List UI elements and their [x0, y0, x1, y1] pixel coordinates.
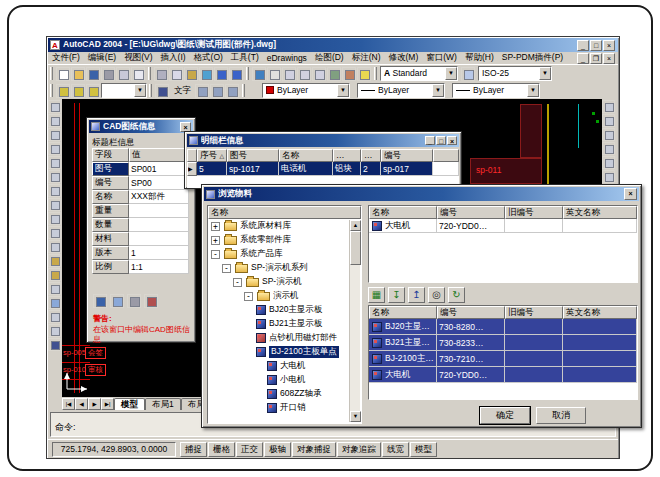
- collapse-icon[interactable]: -: [211, 250, 220, 259]
- close-icon[interactable]: ×: [624, 188, 637, 200]
- dim-style-icon[interactable]: [461, 67, 475, 81]
- tree-item-selected[interactable]: BJ-2100主板单点: [208, 345, 361, 359]
- text-toolbar-icon[interactable]: [155, 84, 169, 98]
- column-header[interactable]: 值: [129, 148, 189, 162]
- toolbar-grip[interactable]: [242, 84, 245, 97]
- menu-window[interactable]: 窗口(W): [422, 52, 461, 64]
- menu-file[interactable]: 文件(F): [48, 52, 84, 64]
- tree-item[interactable]: 大电机: [208, 359, 361, 373]
- zoom-previous-icon[interactable]: [312, 67, 326, 81]
- erase-icon[interactable]: [602, 100, 615, 113]
- copy-icon[interactable]: [169, 67, 183, 81]
- field-cell[interactable]: 图号: [92, 162, 129, 176]
- value-cell[interactable]: SP00: [129, 176, 189, 190]
- layer-combo[interactable]: ▼: [101, 83, 147, 98]
- offset-icon[interactable]: [602, 142, 615, 155]
- point-icon[interactable]: [48, 282, 61, 295]
- hyperlink-icon[interactable]: [252, 67, 266, 81]
- field-cell[interactable]: 重量: [92, 204, 129, 218]
- polygon-icon[interactable]: [48, 142, 61, 155]
- circle-icon[interactable]: [48, 184, 61, 197]
- construction-line-icon[interactable]: [48, 114, 61, 127]
- zoom-realtime-icon[interactable]: [282, 67, 296, 81]
- menu-dimension[interactable]: 标注(N): [348, 52, 385, 64]
- field-cell[interactable]: 编号: [92, 176, 129, 190]
- hatch-icon[interactable]: [48, 296, 61, 309]
- osnap-toggle[interactable]: 对象捕捉: [292, 442, 336, 457]
- column-header[interactable]: 名称: [369, 206, 437, 219]
- color-combo[interactable]: ByLayer▼: [262, 83, 350, 98]
- close-button[interactable]: ×: [603, 40, 615, 51]
- toolbar-grip[interactable]: [50, 67, 53, 80]
- vertical-scrollbar[interactable]: ▲ ▼: [349, 220, 360, 422]
- ok-button[interactable]: 确定: [480, 407, 530, 424]
- value-cell[interactable]: [129, 204, 189, 218]
- revcloud-icon[interactable]: [48, 198, 61, 211]
- expand-icon[interactable]: +: [211, 236, 220, 245]
- value-cell[interactable]: [129, 232, 189, 246]
- tab-first-icon[interactable]: |◀: [62, 398, 75, 410]
- model-toggle[interactable]: 模型: [410, 442, 437, 457]
- collapse-icon[interactable]: -: [233, 278, 242, 287]
- edit-text-icon[interactable]: [210, 84, 224, 98]
- doc-close-button[interactable]: ×: [603, 53, 615, 64]
- print-preview-icon[interactable]: [116, 67, 130, 81]
- table-icon[interactable]: [48, 324, 61, 337]
- chevron-down-icon[interactable]: ▼: [432, 84, 444, 97]
- layer-previous-icon[interactable]: [86, 84, 100, 98]
- region-icon[interactable]: [48, 310, 61, 323]
- move-icon[interactable]: [602, 170, 615, 183]
- tab-prev-icon[interactable]: ◀: [75, 398, 88, 410]
- scroll-up-icon[interactable]: ▲: [350, 220, 361, 231]
- line-icon[interactable]: [48, 100, 61, 113]
- field-cell[interactable]: 名称: [92, 190, 129, 204]
- tree-item[interactable]: 608ZZ轴承: [208, 387, 361, 401]
- column-header[interactable]: 字段: [92, 148, 129, 162]
- menu-modify[interactable]: 修改(M): [385, 52, 423, 64]
- minimize-icon[interactable]: _: [425, 136, 435, 145]
- tab-next-icon[interactable]: ▶: [88, 398, 101, 410]
- column-header[interactable]: 编号: [437, 206, 505, 219]
- arc-icon[interactable]: [48, 170, 61, 183]
- table-row[interactable]: BJ21主显… 730-8233…: [369, 335, 637, 351]
- mtext-icon[interactable]: [195, 84, 209, 98]
- menu-view[interactable]: 视图(V): [120, 52, 156, 64]
- tree-item[interactable]: BJ20主显示板: [208, 303, 361, 317]
- cad-info-dialog-titlebar[interactable]: CAD图纸信息 ×: [89, 120, 193, 133]
- value-cell[interactable]: SP001: [129, 162, 189, 176]
- command-prompt[interactable]: 命令:: [55, 421, 76, 434]
- doc-restore-button[interactable]: ❐: [590, 53, 602, 64]
- value-cell[interactable]: 1: [129, 246, 189, 260]
- value-cell[interactable]: [129, 218, 189, 232]
- maximize-button[interactable]: □: [590, 40, 602, 51]
- sort-icon[interactable]: △: [219, 153, 224, 159]
- table-row[interactable]: 大电机 720-YDD0…: [369, 219, 637, 233]
- column-header[interactable]: 英文名称: [563, 306, 637, 319]
- scroll-down-icon[interactable]: ▼: [350, 411, 361, 422]
- match-properties-icon[interactable]: [199, 67, 213, 81]
- coordinates-readout[interactable]: 725.1794, 429.8903, 0.0000: [52, 442, 176, 457]
- rectangle-icon[interactable]: [48, 156, 61, 169]
- chevron-down-icon[interactable]: ▼: [539, 67, 551, 80]
- value-cell[interactable]: XXX部件: [129, 190, 189, 204]
- mtext-icon[interactable]: [48, 338, 61, 351]
- table-row[interactable]: 大电机 720-YDD0…: [369, 367, 637, 383]
- field-cell[interactable]: 版本: [92, 246, 129, 260]
- print-icon[interactable]: [127, 294, 141, 308]
- field-cell[interactable]: 材料: [92, 232, 129, 246]
- toolbar-grip[interactable]: [149, 84, 152, 97]
- spline-icon[interactable]: [48, 212, 61, 225]
- menu-edit[interactable]: 编辑(E): [84, 52, 120, 64]
- mirror-icon[interactable]: [602, 128, 615, 141]
- toolbar-grip[interactable]: [246, 67, 249, 80]
- tab-model[interactable]: 模型: [114, 398, 145, 410]
- tree-item[interactable]: 开口销: [208, 401, 361, 415]
- close-icon[interactable]: ×: [180, 122, 191, 132]
- ortho-toggle[interactable]: 正交: [236, 442, 263, 457]
- text-style-combo[interactable]: A Standard▼: [380, 66, 458, 81]
- ellipse-icon[interactable]: [48, 226, 61, 239]
- tree-item[interactable]: BJ21主显示板: [208, 317, 361, 331]
- toolbar-grip[interactable]: [50, 84, 53, 97]
- minimize-button[interactable]: _: [577, 40, 589, 51]
- menu-insert[interactable]: 插入(I): [157, 52, 190, 64]
